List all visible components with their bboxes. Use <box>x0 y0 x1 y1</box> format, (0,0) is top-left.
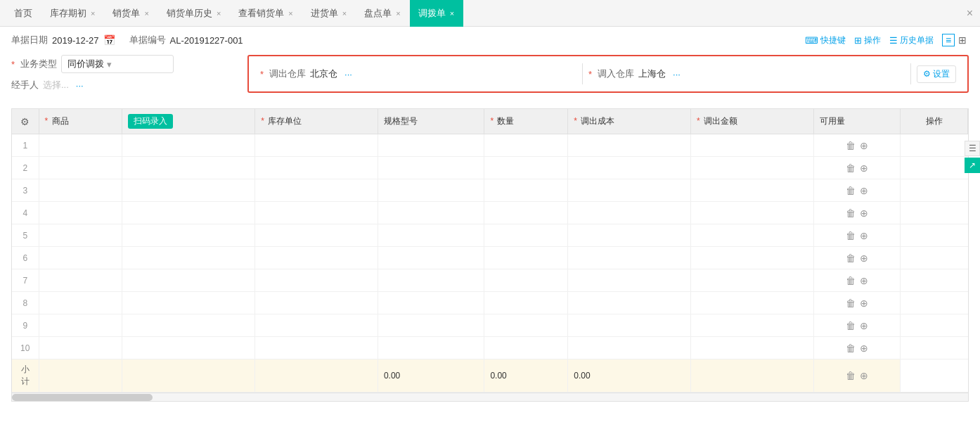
layout-toggle[interactable]: ≡ ⊞ <box>942 34 969 46</box>
delete-icon[interactable]: 🗑 <box>846 140 856 151</box>
amount-cell[interactable] <box>568 179 691 202</box>
quantity-cell[interactable] <box>378 202 484 224</box>
delete-icon[interactable]: 🗑 <box>846 185 856 196</box>
copy-icon[interactable]: ⊕ <box>860 185 868 196</box>
copy-icon[interactable]: ⊕ <box>860 253 868 264</box>
tab-inventory-init-close[interactable]: × <box>91 9 95 18</box>
tab-view-sales[interactable]: 查看销货单 × <box>230 0 302 27</box>
quantity-cell[interactable] <box>378 179 484 202</box>
quantity-cell[interactable] <box>378 314 484 337</box>
copy-icon[interactable]: ⊕ <box>860 320 868 331</box>
copy-icon[interactable]: ⊕ <box>860 140 868 151</box>
cost-cell[interactable] <box>484 202 568 224</box>
unit-cell[interactable] <box>122 247 255 269</box>
cost-cell[interactable] <box>484 337 568 359</box>
scan-button[interactable]: 扫码录入 <box>128 114 173 129</box>
amount-cell[interactable] <box>568 134 691 157</box>
spec-cell[interactable] <box>255 247 378 269</box>
amount-cell[interactable] <box>568 314 691 337</box>
spec-cell[interactable] <box>255 157 378 179</box>
tab-sales-order-close[interactable]: × <box>144 9 148 18</box>
tab-inventory-check-close[interactable]: × <box>396 9 400 18</box>
cost-cell[interactable] <box>484 292 568 314</box>
unit-cell[interactable] <box>122 134 255 157</box>
cost-cell[interactable] <box>484 247 568 269</box>
product-cell[interactable] <box>39 202 122 224</box>
cost-cell[interactable] <box>484 269 568 292</box>
tab-inventory-init[interactable]: 库存期初 × <box>41 0 104 27</box>
delete-icon[interactable]: 🗑 <box>846 298 856 309</box>
unit-cell[interactable] <box>122 157 255 179</box>
amount-cell[interactable] <box>568 202 691 224</box>
tab-transfer-order[interactable]: 调拨单 × <box>410 0 463 27</box>
unit-cell[interactable] <box>122 269 255 292</box>
quantity-cell[interactable] <box>378 134 484 157</box>
tab-bar-close-button[interactable]: × <box>967 7 973 20</box>
tab-purchase-order[interactable]: 进货单 × <box>302 0 356 27</box>
person-more-icon[interactable]: ··· <box>76 80 84 91</box>
product-cell[interactable] <box>39 314 122 337</box>
delete-icon[interactable]: 🗑 <box>846 343 856 354</box>
delete-icon[interactable]: 🗑 <box>846 163 856 174</box>
quantity-cell[interactable] <box>378 269 484 292</box>
amount-cell[interactable] <box>568 157 691 179</box>
quantity-cell[interactable] <box>378 157 484 179</box>
product-cell[interactable] <box>39 292 122 314</box>
spec-cell[interactable] <box>255 292 378 314</box>
quantity-cell[interactable] <box>378 247 484 269</box>
shortcuts-button[interactable]: ⌨ 快捷键 <box>805 34 846 46</box>
cost-cell[interactable] <box>484 134 568 157</box>
business-type-select[interactable]: 同价调拨 ▾ <box>61 55 174 73</box>
unit-cell[interactable] <box>122 202 255 224</box>
spec-cell[interactable] <box>255 269 378 292</box>
cost-cell[interactable] <box>484 179 568 202</box>
amount-cell[interactable] <box>568 292 691 314</box>
unit-cell[interactable] <box>122 224 255 247</box>
spec-cell[interactable] <box>255 314 378 337</box>
unit-cell[interactable] <box>122 179 255 202</box>
transfer-out-more-icon[interactable]: ··· <box>344 69 352 79</box>
delete-icon[interactable]: 🗑 <box>846 275 856 286</box>
transfer-in-more-icon[interactable]: ··· <box>673 69 681 79</box>
delete-icon[interactable]: 🗑 <box>846 370 856 381</box>
cost-cell[interactable] <box>484 314 568 337</box>
amount-cell[interactable] <box>568 337 691 359</box>
delete-icon[interactable]: 🗑 <box>846 208 856 219</box>
product-cell[interactable] <box>39 157 122 179</box>
spec-cell[interactable] <box>255 179 378 202</box>
amount-cell[interactable] <box>568 247 691 269</box>
tab-sales-history[interactable]: 销货单历史 × <box>158 0 230 27</box>
spec-cell[interactable] <box>255 134 378 157</box>
horizontal-scrollbar[interactable] <box>12 393 968 401</box>
scroll-thumb[interactable] <box>12 394 153 401</box>
product-cell[interactable] <box>39 247 122 269</box>
tab-view-sales-close[interactable]: × <box>288 9 292 18</box>
product-cell[interactable] <box>39 337 122 359</box>
amount-cell[interactable] <box>568 269 691 292</box>
product-cell[interactable] <box>39 134 122 157</box>
quantity-cell[interactable] <box>378 337 484 359</box>
person-select[interactable]: 选择... <box>43 79 69 91</box>
tab-inventory-check[interactable]: 盘点单 × <box>356 0 409 27</box>
right-tool-external[interactable]: ↗ <box>965 158 980 173</box>
product-cell[interactable] <box>39 269 122 292</box>
delete-icon[interactable]: 🗑 <box>846 320 856 331</box>
spec-cell[interactable] <box>255 337 378 359</box>
amount-cell[interactable] <box>568 224 691 247</box>
spec-cell[interactable] <box>255 202 378 224</box>
unit-cell[interactable] <box>122 292 255 314</box>
table-gear-icon[interactable]: ⚙ <box>20 116 30 127</box>
history-button[interactable]: ☰ 历史单据 <box>889 34 934 46</box>
tab-home[interactable]: 首页 <box>6 0 41 27</box>
delete-icon[interactable]: 🗑 <box>846 230 856 241</box>
spec-cell[interactable] <box>255 224 378 247</box>
calendar-icon[interactable]: 📅 <box>103 34 115 46</box>
quantity-cell[interactable] <box>378 224 484 247</box>
tab-transfer-order-close[interactable]: × <box>450 9 454 18</box>
delete-icon[interactable]: 🗑 <box>846 253 856 264</box>
quantity-cell[interactable] <box>378 292 484 314</box>
unit-cell[interactable] <box>122 314 255 337</box>
product-cell[interactable] <box>39 224 122 247</box>
product-cell[interactable] <box>39 179 122 202</box>
unit-cell[interactable] <box>122 337 255 359</box>
